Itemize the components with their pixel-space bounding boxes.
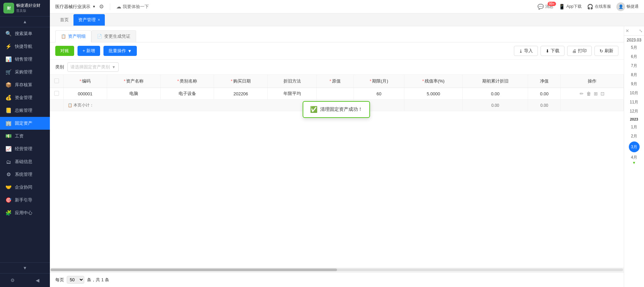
sidebar-scroll: 🔍 搜索菜单 ⚡ 快捷导航 📊 销售管理 🛒 采购管理 📦 库存核算 💰 资金管… — [0, 27, 50, 262]
sidebar-item-payroll[interactable]: 💵 工资 — [0, 130, 50, 142]
month-item-5-prev[interactable]: 5月 — [624, 43, 644, 52]
sidebar-item-operations[interactable]: 📈 经营管理 — [0, 142, 50, 155]
toast-notification: ✅ 清理固定资产成功！ — [303, 101, 370, 118]
sidebar-item-purchase[interactable]: 🛒 采购管理 — [0, 66, 50, 78]
sub-tab-change-voucher[interactable]: 📄 变更生成凭证 — [91, 30, 136, 42]
month-item-4[interactable]: 4月 ▼ — [624, 153, 644, 166]
import-button[interactable]: ⤓ 导入 — [514, 46, 538, 56]
expand-panel-icon[interactable]: ⤡ — [639, 28, 643, 33]
print-button[interactable]: 🖨 打印 — [567, 46, 592, 56]
finance-icon: 💰 — [5, 95, 11, 101]
base-info-icon: 🗂 — [5, 159, 11, 165]
print-icon: 🖨 — [572, 49, 577, 54]
settings-icon[interactable]: ⚙ — [99, 3, 104, 10]
sidebar-item-system[interactable]: ⚙ 系统管理 — [0, 168, 50, 181]
collapse-sidebar-button[interactable]: ◀ — [33, 276, 42, 284]
row-actions: ✏ 🗑 ⊞ ⊡ — [560, 88, 623, 100]
category-select[interactable]: 请选择固定资产类别 ▼ — [67, 62, 119, 72]
month-item-7-prev[interactable]: 7月 — [624, 61, 644, 70]
experience-label: 我要体验一下 — [123, 4, 149, 10]
month-item-9-prev[interactable]: 9月 — [624, 79, 644, 89]
row-checkbox-cell[interactable] — [50, 88, 63, 100]
month-item-8-prev[interactable]: 8月 — [624, 70, 644, 79]
sidebar-item-finance[interactable]: 💰 资金管理 — [0, 91, 50, 104]
user-profile-button[interactable]: 👤 畅捷通 — [616, 2, 639, 11]
month-item-6-prev[interactable]: 6月 — [624, 52, 644, 61]
sidebar-bottom: ⚙ ◀ — [0, 273, 50, 287]
per-page-select[interactable]: 50 100 200 — [67, 276, 84, 284]
month-item-11-prev[interactable]: 11月 — [624, 98, 644, 107]
sidebar-item-ledger[interactable]: 📒 总账管理 — [0, 104, 50, 117]
sidebar-item-label: 搜索菜单 — [15, 31, 32, 37]
subtotal-net-value: 0.00 — [528, 100, 560, 111]
print-label: 打印 — [578, 48, 587, 54]
copy-icon[interactable]: ⊞ — [594, 91, 598, 96]
download-button[interactable]: ⬇ 下载 — [541, 46, 564, 56]
tab-close-icon[interactable]: × — [98, 18, 100, 22]
message-button[interactable]: 💬 消息 99+ — [538, 4, 553, 10]
scroll-down-button[interactable]: ▼ — [22, 264, 29, 272]
fixed-assets-icon: 🏢 — [5, 120, 11, 126]
reconcile-button[interactable]: 对账 — [55, 46, 74, 56]
sidebar-item-quick-nav[interactable]: ⚡ 快捷导航 — [0, 40, 50, 53]
sidebar-item-guide[interactable]: 🎯 新手引导 — [0, 194, 50, 206]
asset-detail-icon: 📋 — [61, 34, 66, 39]
action-icons: ✏ 🗑 ⊞ ⊡ — [565, 91, 619, 96]
header-depreciation-method: 折旧方法 — [268, 75, 317, 88]
sidebar-item-sales[interactable]: 📊 销售管理 — [0, 53, 50, 66]
new-button[interactable]: + 新增 — [78, 46, 100, 56]
row-original-value — [316, 88, 354, 100]
delete-icon[interactable]: 🗑 — [586, 91, 591, 96]
experience-button[interactable]: ☁ 我要体验一下 — [116, 4, 149, 10]
sidebar-item-label: 应用中心 — [15, 210, 32, 216]
header-net-value: 净值 — [528, 75, 560, 88]
sidebar-item-search[interactable]: 🔍 搜索菜单 — [0, 27, 50, 40]
import-icon: ⤓ — [519, 49, 523, 54]
toolbar: 对账 + 新增 批量操作 ▼ ⤓ 导入 ⬇ 下载 — [50, 42, 624, 60]
sidebar-item-base-info[interactable]: 🗂 基础信息 — [0, 155, 50, 168]
online-service-button[interactable]: 🎧 在线客服 — [587, 4, 611, 10]
chevron-down-icon: ▼ — [112, 65, 116, 69]
sidebar-item-fixed-assets[interactable]: 🏢 固定资产 — [0, 117, 50, 130]
settings-bottom-button[interactable]: ⚙ — [8, 276, 18, 284]
horizontal-scrollbar[interactable] — [50, 267, 624, 272]
header-checkbox[interactable] — [50, 75, 63, 88]
guide-icon: 🎯 — [5, 197, 11, 203]
right-panel: ✕ ⤡ 2023.03 5月 6月 7月 8月 9月 10月 11月 12月 2… — [624, 26, 644, 287]
month-item-10-prev[interactable]: 10月 — [624, 89, 644, 98]
row-purchase-date: 202206 — [214, 88, 268, 100]
header-name: *资产名称 — [107, 75, 160, 88]
import-label: 导入 — [524, 48, 533, 54]
sidebar-item-enterprise[interactable]: 🤝 企业协同 — [0, 181, 50, 194]
month-item-12-prev[interactable]: 12月 — [624, 107, 644, 116]
scrollbar-track — [51, 268, 623, 271]
sidebar-item-app-center[interactable]: 🧩 应用中心 — [0, 206, 50, 219]
tab-home[interactable]: 首页 — [55, 14, 73, 26]
tabs-bar: 首页 资产管理 × — [50, 13, 644, 26]
subtotal-initial-accumulated: 0.00 — [462, 100, 528, 111]
row-residual-rate: 5.0000 — [404, 88, 463, 100]
app-download-button[interactable]: 📱 App下载 — [559, 4, 582, 10]
user-name: 畅捷通 — [626, 4, 639, 9]
download-icon: ⬇ — [546, 49, 549, 54]
scroll-up-button[interactable]: ▲ — [22, 18, 29, 26]
close-panel-icon[interactable]: ✕ — [625, 28, 629, 33]
sub-tab-asset-detail[interactable]: 📋 资产明细 — [55, 30, 91, 42]
row-checkbox[interactable] — [54, 91, 59, 96]
row-code: 000001 — [63, 88, 107, 100]
more-icon[interactable]: ⊡ — [601, 91, 605, 96]
month-item-2[interactable]: 2月 — [624, 132, 644, 141]
enterprise-icon: 🤝 — [5, 184, 11, 190]
company-selector[interactable]: 医疗器械行业演示 ▼ — [55, 4, 96, 10]
quick-nav-icon: ⚡ — [5, 43, 11, 50]
sidebar-item-inventory[interactable]: 📦 库存核算 — [0, 78, 50, 91]
refresh-button[interactable]: ↻ 刷新 — [594, 46, 618, 56]
select-all-checkbox[interactable] — [54, 78, 59, 83]
topbar-divider — [110, 3, 110, 10]
batch-button[interactable]: 批量操作 ▼ — [103, 46, 137, 56]
edit-icon[interactable]: ✏ — [580, 91, 584, 96]
month-item-1[interactable]: 1月 — [624, 123, 644, 132]
header-actions: 操作 — [560, 75, 623, 88]
tab-asset-mgmt[interactable]: 资产管理 × — [73, 14, 105, 26]
month-item-3-current[interactable]: 3月 — [629, 141, 640, 152]
